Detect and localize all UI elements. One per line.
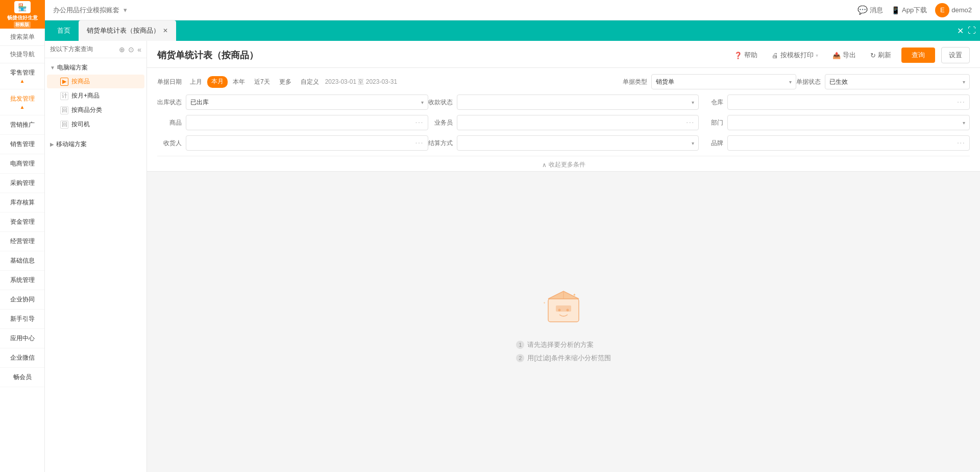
sidebar-item-sales[interactable]: 销售管理 (0, 135, 44, 154)
sidebar-item-marketing[interactable]: 营销推广 (0, 115, 44, 135)
refresh-label: 刷新 (878, 51, 891, 60)
filter-product-field: 商品 ··· (157, 115, 428, 130)
doc-type-arrow-icon: ▾ (789, 79, 792, 85)
payment-input[interactable]: ▾ (457, 135, 699, 151)
doc-type-input[interactable]: 销货单 ▾ (651, 74, 796, 89)
app-logo[interactable]: 🏪 畅捷信好生意 标账版 (0, 0, 45, 29)
svg-point-4 (558, 309, 561, 312)
maximize-icon[interactable]: ⛶ (968, 26, 976, 35)
receipt-status-arrow-icon: ▾ (692, 100, 694, 105)
doc-status-input[interactable]: 已生效 ▾ (825, 74, 970, 89)
tab-close-icon[interactable]: ✕ (163, 27, 168, 34)
export-icon: 📤 (832, 52, 841, 59)
sidebar-item-enterprise[interactable]: 企业协同 (0, 290, 44, 310)
sidebar-item-weixin[interactable]: 企业微信 (0, 348, 44, 368)
settings-button[interactable]: 设置 (941, 47, 970, 63)
date-tab-this-month[interactable]: 本月 (207, 76, 228, 88)
date-tab-more[interactable]: 更多 (275, 76, 296, 88)
settings-scheme-icon[interactable]: ⊙ (128, 45, 134, 54)
collapse-scheme-icon[interactable]: « (137, 45, 141, 54)
tab-maximize-controls: ✕ ⛶ (957, 26, 976, 36)
scheme-section-mobile: ▶ 移动端方案 (45, 135, 146, 154)
out-status-arrow-icon: ▾ (421, 100, 424, 105)
empty-state: ✦ ✦ 1 请先选择要分析的方案 2 用[过滤]条件来缩小分析范围 (147, 172, 980, 472)
user-profile[interactable]: E demo2 (935, 3, 972, 17)
sidebar-item-wholesale[interactable]: 批发管理 ▲ (0, 89, 44, 115)
print-icon: 🖨 (772, 52, 778, 59)
filter-payment-field: 结算方式 ▾ (428, 135, 699, 151)
product-input[interactable]: ··· (186, 115, 428, 130)
dept-label: 部门 (699, 119, 727, 127)
sidebar-item-system[interactable]: 系统管理 (0, 271, 44, 290)
tab-home[interactable]: 首页 (49, 20, 79, 41)
print-label: 按模板打印 (780, 51, 814, 60)
tab-sales-stats[interactable]: 销货单统计表（按商品） ✕ (79, 20, 176, 41)
tip-num-2: 2 (516, 354, 524, 362)
sidebar-item-apps[interactable]: 应用中心 (0, 329, 44, 348)
quick-nav-label: 快捷导航 (10, 51, 35, 58)
pc-group-label: 电脑端方案 (57, 63, 88, 72)
collapse-bar: ∧ 收起更多条件 (157, 156, 970, 171)
help-btn[interactable]: ❓ 帮助 (730, 49, 762, 62)
filter-dept-field: 部门 ▾ (699, 115, 970, 130)
staff-input[interactable]: ··· (457, 115, 699, 130)
scheme-item-by-category[interactable]: 回 按商品分类 (47, 103, 144, 117)
filter-receipt-status-field: 收款状态 ▾ (428, 95, 699, 110)
svg-rect-3 (556, 305, 571, 312)
quick-nav[interactable]: 快捷导航 (0, 46, 44, 63)
app-download-btn[interactable]: 📱 App下载 (891, 6, 927, 15)
out-status-input[interactable]: 已出库 ▾ (186, 95, 428, 110)
out-status-label: 出库状态 (157, 98, 186, 107)
sidebar-item-inventory[interactable]: 库存核算 (0, 193, 44, 213)
query-button[interactable]: 查询 (901, 48, 935, 63)
date-tab-prev-month[interactable]: 上月 (186, 76, 206, 88)
date-tab-this-year[interactable]: 本年 (229, 76, 249, 88)
empty-tip-1: 1 请先选择要分析的方案 (516, 340, 610, 349)
doc-type-value: 销货单 (656, 78, 674, 86)
filter-row-3: 商品 ··· 业务员 ··· 部门 (157, 115, 970, 130)
recipient-input[interactable]: ··· (186, 135, 428, 151)
message-btn[interactable]: 💬 消息 (857, 5, 883, 15)
brand-input[interactable]: ··· (727, 135, 970, 151)
print-btn[interactable]: 🖨 按模板打印 ▾ (768, 49, 822, 62)
date-tab-custom[interactable]: 自定义 (297, 76, 323, 88)
pc-group-arrow: ▼ (50, 65, 55, 70)
sidebar-item-finance[interactable]: 资金管理 (0, 213, 44, 232)
filter-area: 单据日期 上月 本月 本年 近7天 更多 自定义 2023-03-01 至 20… (147, 68, 980, 172)
user-name: demo2 (951, 6, 972, 14)
scheme-section-pc: ▼ 电脑端方案 ▶ 按商品 计 按月+商品 回 按商品分类 回 按司机 (45, 58, 146, 135)
scheme-item-by-printer[interactable]: 回 按司机 (47, 117, 144, 131)
close-window-icon[interactable]: ✕ (957, 26, 964, 36)
sidebar-item-member[interactable]: 畅会员 (0, 368, 44, 387)
date-tabs: 上月 本月 本年 近7天 更多 自定义 (186, 76, 323, 88)
refresh-btn[interactable]: ↻ 刷新 (866, 49, 895, 62)
export-btn[interactable]: 📤 导出 (828, 49, 860, 62)
collapse-button[interactable]: ∧ 收起更多条件 (542, 160, 585, 169)
date-tab-7days[interactable]: 近7天 (250, 76, 274, 88)
sidebar-item-ecommerce[interactable]: 电商管理 (0, 154, 44, 174)
brand-label: 品牌 (699, 139, 727, 148)
product-label: 商品 (157, 119, 186, 127)
scheme-item-by-month-product[interactable]: 计 按月+商品 (47, 89, 144, 103)
scheme-group-pc[interactable]: ▼ 电脑端方案 (45, 61, 146, 74)
filter-row-4: 收货人 ··· 结算方式 ▾ 品牌 (157, 135, 970, 151)
scheme-item-by-product[interactable]: ▶ 按商品 (47, 75, 144, 88)
help-icon: ❓ (734, 52, 742, 59)
sidebar-item-basic[interactable]: 基础信息 (0, 251, 44, 271)
scheme-group-mobile[interactable]: ▶ 移动端方案 (45, 138, 146, 151)
dept-input[interactable]: ▾ (727, 115, 970, 130)
sidebar-item-purchase[interactable]: 采购管理 (0, 174, 44, 193)
header-actions: 💬 消息 📱 App下载 E demo2 (857, 3, 972, 17)
workspace-arrow[interactable]: ▾ (124, 6, 127, 14)
sidebar-item-retail[interactable]: 零售管理 ▲ (0, 63, 44, 89)
filter-doc-type-field: 单据类型 销货单 ▾ (623, 74, 796, 89)
sidebar-item-guide[interactable]: 新手引导 (0, 310, 44, 329)
svg-text:✦: ✦ (543, 301, 546, 304)
add-scheme-icon[interactable]: ⊕ (119, 45, 125, 54)
page-actions: ❓ 帮助 🖨 按模板打印 ▾ 📤 导出 ↻ 刷新 (730, 47, 970, 63)
receipt-status-input[interactable]: ▾ (457, 95, 699, 110)
warehouse-input[interactable]: ··· (727, 95, 970, 110)
search-menu[interactable]: 搜索菜单 (0, 29, 44, 46)
sidebar-item-operations[interactable]: 经营管理 (0, 232, 44, 251)
filter-date-field: 单据日期 上月 本月 本年 近7天 更多 自定义 2023-03-01 至 20… (157, 76, 623, 88)
